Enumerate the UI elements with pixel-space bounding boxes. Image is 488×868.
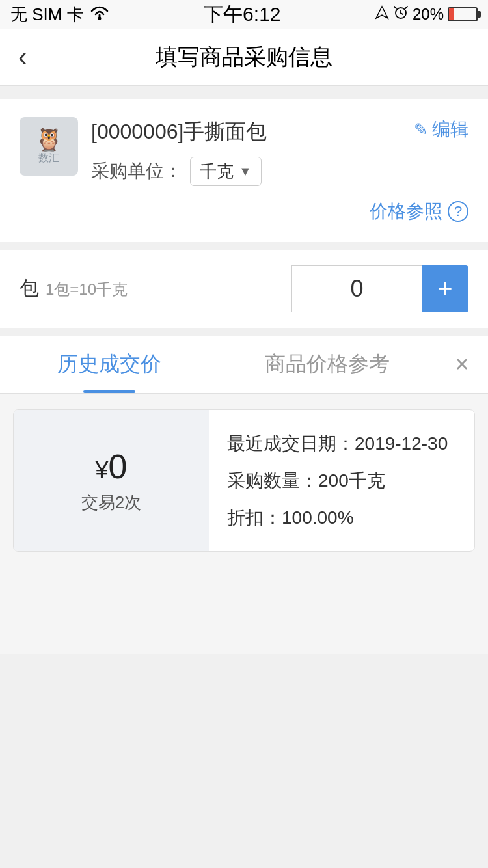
svg-line-4 — [401, 13, 403, 14]
wifi-icon — [89, 5, 110, 25]
page-title: 填写商品采购信息 — [156, 42, 332, 72]
no-sim-text: 无 SIM 卡 — [10, 3, 84, 26]
edit-button[interactable]: ✎ 编辑 — [414, 117, 468, 142]
status-left: 无 SIM 卡 — [10, 3, 110, 26]
status-time: 下午6:12 — [204, 1, 280, 28]
product-left: 🦉 数汇 [0000006]手撕面包 采购单位： 千克 ▼ — [20, 117, 414, 186]
help-char: ? — [454, 203, 462, 220]
tab-history-price[interactable]: 历史成交价 — [0, 336, 218, 393]
price-amount: 0 — [109, 448, 128, 485]
currency-symbol: ¥ — [96, 457, 109, 483]
back-button[interactable]: ‹ — [18, 42, 27, 72]
purchase-qty-value: 200千克 — [318, 470, 385, 491]
unit-label: 采购单位： — [91, 159, 182, 183]
transaction-count: 交易2次 — [81, 491, 141, 514]
product-card: 🦉 数汇 [0000006]手撕面包 采购单位： 千克 ▼ ✎ 编辑 价格参照 — [0, 99, 488, 242]
edit-icon: ✎ — [414, 120, 428, 140]
status-bar: 无 SIM 卡 下午6:12 20% — [0, 0, 488, 29]
location-icon — [375, 5, 389, 23]
tab-close-button[interactable]: × — [436, 336, 488, 393]
nav-bar: ‹ 填写商品采购信息 — [0, 29, 488, 86]
help-icon[interactable]: ? — [448, 201, 468, 222]
battery-icon — [448, 7, 478, 21]
product-thumbnail: 🦉 数汇 — [20, 117, 78, 176]
edit-label: 编辑 — [432, 117, 468, 142]
unit-selector[interactable]: 千克 ▼ — [190, 157, 262, 186]
quantity-unit-equiv: 1包=10千克 — [46, 279, 128, 300]
price-ref-row: 价格参照 ? — [20, 199, 468, 224]
quantity-unit-badge: 包 — [20, 275, 39, 302]
alarm-icon — [393, 5, 409, 24]
quantity-label-area: 包 1包=10千克 — [20, 275, 128, 302]
transaction-details: 最近成交日期：2019-12-30 采购数量：200千克 折扣：100.00% — [209, 410, 474, 552]
tab-active-indicator — [83, 390, 135, 393]
purchase-qty-label: 采购数量： — [227, 470, 318, 491]
discount-row: 折扣：100.00% — [227, 505, 456, 530]
battery-percent: 20% — [413, 5, 444, 23]
product-header: 🦉 数汇 [0000006]手撕面包 采购单位： 千克 ▼ ✎ 编辑 — [20, 117, 468, 186]
status-right: 20% — [375, 5, 478, 24]
tab-product-price-ref[interactable]: 商品价格参考 — [218, 336, 436, 393]
unit-value: 千克 — [200, 160, 234, 183]
product-info: [0000006]手撕面包 采购单位： 千克 ▼ — [91, 117, 414, 186]
quantity-input[interactable]: 0 — [291, 265, 422, 312]
quantity-row: 包 1包=10千克 0 + — [0, 250, 488, 328]
transaction-card: ¥0 交易2次 最近成交日期：2019-12-30 采购数量：200千克 折扣：… — [13, 409, 475, 552]
purchase-quantity-row: 采购数量：200千克 — [227, 468, 456, 493]
plus-icon: + — [437, 274, 452, 303]
price-ref-link[interactable]: 价格参照 — [370, 199, 442, 224]
quantity-value: 0 — [350, 275, 363, 303]
product-unit-row: 采购单位： 千克 ▼ — [91, 157, 414, 186]
tab-history-label: 历史成交价 — [57, 350, 161, 379]
quantity-input-area: 0 + — [291, 265, 468, 312]
product-logo-text: 数汇 — [35, 152, 62, 165]
battery-fill — [449, 8, 454, 20]
tab-price-ref-label: 商品价格参考 — [265, 350, 390, 379]
content-area: ¥0 交易2次 最近成交日期：2019-12-30 采购数量：200千克 折扣：… — [0, 394, 488, 654]
close-icon: × — [455, 351, 468, 378]
unit-dropdown-icon: ▼ — [239, 164, 252, 179]
discount-label: 折扣： — [227, 508, 282, 528]
svg-point-0 — [98, 16, 101, 20]
product-name: [0000006]手撕面包 — [91, 117, 414, 146]
product-logo-icon: 🦉 — [35, 128, 62, 150]
section-divider — [0, 242, 488, 250]
recent-date-row: 最近成交日期：2019-12-30 — [227, 431, 456, 456]
transaction-summary: ¥0 交易2次 — [14, 410, 209, 552]
svg-marker-1 — [376, 7, 388, 18]
transaction-price: ¥0 — [96, 447, 128, 486]
tab-bar: 历史成交价 商品价格参考 × — [0, 336, 488, 394]
recent-date-label: 最近成交日期： — [227, 433, 355, 454]
quantity-plus-button[interactable]: + — [422, 265, 468, 312]
recent-date-value: 2019-12-30 — [355, 433, 448, 454]
discount-value: 100.00% — [282, 508, 354, 528]
